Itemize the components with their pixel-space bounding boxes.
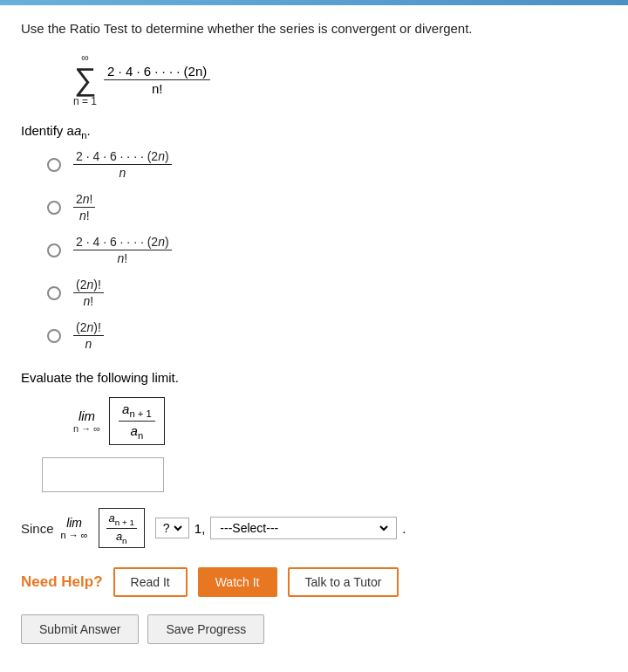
period: . <box>402 521 406 536</box>
conclusion-select-box[interactable]: ---Select--- the series converges the se… <box>210 517 397 539</box>
submit-answer-button[interactable]: Submit Answer <box>21 614 139 644</box>
list-item: (2n)! n <box>47 320 607 351</box>
list-item: (2n)! n! <box>47 278 607 308</box>
radio-option-3[interactable] <box>47 243 61 257</box>
conclusion-select[interactable]: ---Select--- the series converges the se… <box>216 520 391 536</box>
submit-section: Submit Answer Save Progress <box>21 614 607 665</box>
series-fraction: 2 · 4 · 6 · · · · (2n) n! <box>104 64 210 96</box>
since-lim-sub: n → ∞ <box>61 530 88 540</box>
option-5-fraction: (2n)! n <box>73 320 104 351</box>
limit-answer-input[interactable] <box>43 458 163 491</box>
series-denom: n! <box>148 80 167 96</box>
need-help-label: Need Help? <box>21 573 103 591</box>
lim-word: lim <box>78 408 95 423</box>
series-numer: 2 · 4 · 6 · · · · (2n) <box>104 64 210 80</box>
read-it-button[interactable]: Read It <box>113 567 188 597</box>
number-one: 1, <box>195 521 206 536</box>
option-1-fraction: 2 · 4 · 6 · · · · (2n) n <box>73 149 172 180</box>
lim-sub: n → ∞ <box>73 423 100 434</box>
identify-label: Identify aan. <box>21 123 607 141</box>
series-block: ∞ ∑ n = 1 2 · 4 · 6 · · · · (2n) n! <box>73 51 607 107</box>
comparison-select-box[interactable]: ? < > = ≤ ≥ <box>155 518 189 538</box>
lim-block: lim n → ∞ an + 1 an <box>73 397 607 445</box>
save-progress-button[interactable]: Save Progress <box>147 614 264 644</box>
radio-option-2[interactable] <box>47 201 61 215</box>
limit-abs-fraction: an + 1 an <box>109 397 165 445</box>
evaluate-label: Evaluate the following limit. <box>21 370 607 385</box>
options-list: 2 · 4 · 6 · · · · (2n) n 2n! n! 2 · 4 · … <box>47 149 607 351</box>
question-select-wrapper[interactable]: ? < > = ≤ ≥ 1, ---Select--- the series c… <box>155 517 406 539</box>
since-section: Since lim n → ∞ an + 1 an ? < > = ≤ ≥ <box>21 508 607 548</box>
need-help-section: Need Help? Read It Watch It Talk to a Tu… <box>21 567 607 597</box>
option-3-fraction: 2 · 4 · 6 · · · · (2n) n! <box>73 235 172 265</box>
sigma-sub: n = 1 <box>73 95 97 107</box>
since-lim-block: lim n → ∞ <box>61 516 88 540</box>
watch-it-button[interactable]: Watch It <box>198 567 277 597</box>
since-lim-word: lim <box>66 516 82 530</box>
radio-option-1[interactable] <box>47 158 61 172</box>
option-2-fraction: 2n! n! <box>73 192 95 223</box>
evaluate-section: Evaluate the following limit. lim n → ∞ … <box>21 370 607 492</box>
problem-statement: Use the Ratio Test to determine whether … <box>21 21 607 36</box>
radio-option-4[interactable] <box>47 286 61 300</box>
since-label: Since <box>21 521 54 536</box>
option-4-fraction: (2n)! n! <box>73 278 104 308</box>
list-item: 2 · 4 · 6 · · · · (2n) n! <box>47 235 607 265</box>
since-abs-fraction: an + 1 an <box>99 508 145 548</box>
sigma-symbol: ∑ <box>74 64 97 95</box>
list-item: 2 · 4 · 6 · · · · (2n) n <box>47 149 607 180</box>
list-item: 2n! n! <box>47 192 607 223</box>
radio-option-5[interactable] <box>47 329 61 343</box>
sigma-container: ∞ ∑ n = 1 <box>73 51 97 107</box>
comparison-select[interactable]: ? < > = ≤ ≥ <box>160 520 185 536</box>
lim-container: lim n → ∞ <box>73 408 100 434</box>
answer-input-box[interactable] <box>42 457 164 492</box>
talk-to-tutor-button[interactable]: Talk to a Tutor <box>288 567 399 597</box>
